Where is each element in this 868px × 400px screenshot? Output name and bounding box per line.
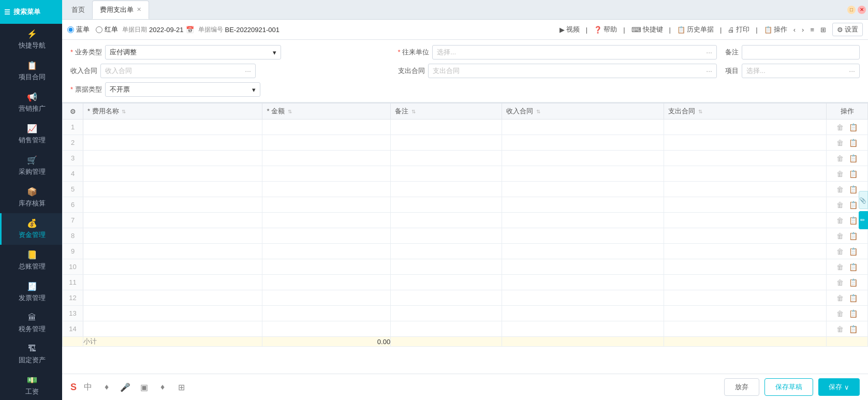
row-remark[interactable] xyxy=(391,197,502,213)
chinese-icon[interactable]: 中 xyxy=(81,380,95,394)
expense-dots[interactable]: ··· xyxy=(706,67,712,75)
row-income-contract[interactable] xyxy=(502,135,664,151)
remark-input[interactable] xyxy=(742,45,860,60)
sidebar-item-fixed-assets[interactable]: 🏗 固定资产 xyxy=(0,339,62,370)
row-copy-button[interactable]: 📋 xyxy=(848,324,859,334)
row-expense-name[interactable] xyxy=(83,197,262,213)
row-copy-button[interactable]: 📋 xyxy=(848,200,859,210)
row-amount[interactable] xyxy=(262,306,391,321)
diamond2-icon[interactable]: ♦ xyxy=(155,380,170,394)
blue-bill-radio[interactable] xyxy=(67,26,74,33)
red-bill-radio[interactable] xyxy=(96,26,102,33)
row-copy-button[interactable]: 📋 xyxy=(848,215,859,226)
row-amount[interactable] xyxy=(262,182,391,197)
row-income-contract[interactable] xyxy=(502,120,664,135)
nav-prev[interactable]: ‹ xyxy=(793,26,796,34)
row-expense-contract[interactable] xyxy=(664,275,827,290)
sidebar-header[interactable]: ☰ 搜索菜单 xyxy=(0,0,62,24)
row-expense-name[interactable] xyxy=(83,259,262,275)
save-button[interactable]: 保存 ∨ xyxy=(818,378,860,396)
row-delete-button[interactable]: 🗑 xyxy=(835,153,845,164)
row-expense-contract[interactable] xyxy=(664,244,827,259)
comment-tab[interactable]: ✏ xyxy=(859,211,868,229)
row-delete-button[interactable]: 🗑 xyxy=(835,215,845,226)
row-income-contract[interactable] xyxy=(502,321,664,337)
sidebar-item-sales[interactable]: 📈 销售管理 xyxy=(0,118,62,150)
sidebar-item-payroll[interactable]: 💵 工资 xyxy=(0,370,62,400)
row-expense-contract[interactable] xyxy=(664,290,827,306)
row-expense-name[interactable] xyxy=(83,290,262,306)
view-list[interactable]: ≡ xyxy=(810,26,814,34)
row-expense-contract[interactable] xyxy=(664,197,827,213)
blue-bill-label[interactable]: 蓝单 xyxy=(67,25,90,34)
sidebar-item-accounting[interactable]: 📒 总账管理 xyxy=(0,245,62,276)
sidebar-item-project-contract[interactable]: 📋 项目合同 xyxy=(0,55,62,87)
project-dots[interactable]: ··· xyxy=(849,67,855,75)
row-remark[interactable] xyxy=(391,228,502,244)
row-expense-contract[interactable] xyxy=(664,321,827,337)
project-select[interactable]: 选择... ··· xyxy=(742,64,860,78)
row-amount[interactable] xyxy=(262,213,391,228)
tab-expense[interactable]: 费用支出单 ✕ xyxy=(92,1,149,19)
row-expense-contract[interactable] xyxy=(664,166,827,182)
row-amount[interactable] xyxy=(262,244,391,259)
video-action[interactable]: ▶ 视频 xyxy=(560,25,580,34)
row-income-contract[interactable] xyxy=(502,244,664,259)
row-copy-button[interactable]: 📋 xyxy=(848,153,859,164)
row-copy-button[interactable]: 📋 xyxy=(848,308,859,319)
row-delete-button[interactable]: 🗑 xyxy=(835,293,845,303)
window-maximize[interactable]: □ xyxy=(847,6,856,14)
row-remark[interactable] xyxy=(391,182,502,197)
row-remark[interactable] xyxy=(391,120,502,135)
help-action[interactable]: ❓ 帮助 xyxy=(594,25,617,34)
row-expense-name[interactable] xyxy=(83,275,262,290)
row-expense-name[interactable] xyxy=(83,182,262,197)
sidebar-item-procurement[interactable]: 🛒 采购管理 xyxy=(0,150,62,182)
col-settings[interactable]: ⚙ xyxy=(63,103,83,120)
sidebar-item-invoice[interactable]: 🧾 发票管理 xyxy=(0,276,62,308)
row-remark[interactable] xyxy=(391,166,502,182)
row-expense-name[interactable] xyxy=(83,166,262,182)
row-delete-button[interactable]: 🗑 xyxy=(835,169,845,179)
row-remark[interactable] xyxy=(391,135,502,151)
row-remark[interactable] xyxy=(391,275,502,290)
history-action[interactable]: 📋 历史单据 xyxy=(677,25,714,34)
row-expense-name[interactable] xyxy=(83,213,262,228)
row-expense-name[interactable] xyxy=(83,135,262,151)
row-income-contract[interactable] xyxy=(502,182,664,197)
red-bill-label[interactable]: 红单 xyxy=(96,25,118,34)
row-expense-contract[interactable] xyxy=(664,182,827,197)
row-remark[interactable] xyxy=(391,290,502,306)
row-income-contract[interactable] xyxy=(502,259,664,275)
row-remark[interactable] xyxy=(391,259,502,275)
row-copy-button[interactable]: 📋 xyxy=(848,231,859,241)
print-action[interactable]: 🖨 打印 xyxy=(728,25,749,34)
row-delete-button[interactable]: 🗑 xyxy=(835,308,845,319)
apps-icon[interactable]: ⊞ xyxy=(174,380,188,394)
row-delete-button[interactable]: 🗑 xyxy=(835,122,845,132)
row-remark[interactable] xyxy=(391,306,502,321)
row-amount[interactable] xyxy=(262,135,391,151)
row-amount[interactable] xyxy=(262,290,391,306)
attachment-tab[interactable]: 📎 xyxy=(859,191,868,209)
save-draft-button[interactable]: 保存草稿 xyxy=(764,378,813,396)
diamond-icon[interactable]: ♦ xyxy=(99,380,114,394)
row-income-contract[interactable] xyxy=(502,213,664,228)
row-expense-name[interactable] xyxy=(83,321,262,337)
row-expense-contract[interactable] xyxy=(664,135,827,151)
row-income-contract[interactable] xyxy=(502,166,664,182)
row-expense-name[interactable] xyxy=(83,120,262,135)
view-grid[interactable]: ⊞ xyxy=(820,26,826,34)
sidebar-item-finance[interactable]: 💰 资金管理 xyxy=(0,213,62,245)
row-amount[interactable] xyxy=(262,275,391,290)
nav-next[interactable]: › xyxy=(802,26,804,34)
row-copy-button[interactable]: 📋 xyxy=(848,138,859,148)
row-delete-button[interactable]: 🗑 xyxy=(835,262,845,272)
row-amount[interactable] xyxy=(262,228,391,244)
row-amount[interactable] xyxy=(262,321,391,337)
row-amount[interactable] xyxy=(262,120,391,135)
row-copy-button[interactable]: 📋 xyxy=(848,246,859,257)
invoice-type-select[interactable]: 不开票 ▾ xyxy=(105,82,260,97)
row-expense-name[interactable] xyxy=(83,228,262,244)
row-expense-name[interactable] xyxy=(83,151,262,166)
